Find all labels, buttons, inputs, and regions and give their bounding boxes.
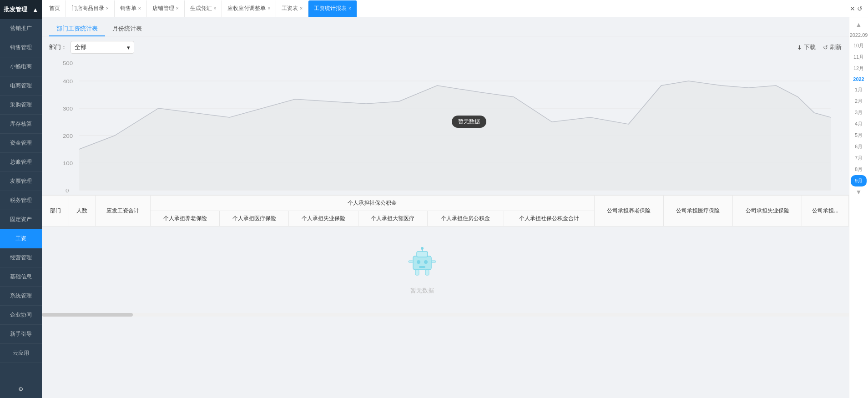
sidebar-item-7[interactable]: 总账管理 (0, 153, 42, 172)
svg-text:500: 500 (63, 60, 73, 66)
timeline-scroll-up[interactable]: ▲ (854, 19, 864, 30)
sidebar-footer-settings[interactable]: ⚙ (0, 380, 42, 398)
sidebar-item-11[interactable]: 工资 (0, 229, 42, 248)
tab-item-0[interactable]: 首页 (44, 0, 66, 17)
th-personal-pension: 个人承担养老保险 (151, 211, 220, 227)
svg-point-14 (417, 260, 420, 264)
sidebar-item-1[interactable]: 销售管理 (0, 38, 42, 57)
main-area: 首页门店商品目录×销售单×店铺管理×生成凭证×应收应付调整单×工资表×工资统计报… (42, 0, 868, 398)
dept-select[interactable]: 全部 ▾ (71, 41, 134, 54)
sidebar-title: 批发管理 (4, 5, 27, 14)
timeline-item-2[interactable]: 11月 (849, 51, 868, 63)
sidebar-item-15[interactable]: 企业协同 (0, 306, 42, 325)
svg-rect-21 (415, 270, 419, 275)
sidebar-item-16[interactable]: 新手引导 (0, 325, 42, 344)
timeline-item-11[interactable]: 7月 (849, 152, 868, 164)
timeline-scroll-down[interactable]: ▼ (854, 186, 864, 197)
tab-item-7[interactable]: 工资统计报表× (308, 0, 357, 17)
timeline-item-6[interactable]: 2月 (849, 96, 868, 107)
tab-label-7: 工资统计报表 (314, 5, 347, 12)
sidebar-item-13[interactable]: 基础信息 (0, 267, 42, 287)
chart-svg: 0 100 200 300 400 500 (49, 58, 842, 195)
timeline-item-7[interactable]: 3月 (849, 107, 868, 118)
timeline-item-13[interactable]: 9月 (851, 175, 867, 186)
tab-close-6[interactable]: × (300, 6, 303, 11)
refresh-button[interactable]: ↺ 刷新 (823, 43, 842, 51)
sidebar-item-3[interactable]: 电商管理 (0, 76, 42, 96)
sidebar-item-9[interactable]: 税务管理 (0, 191, 42, 210)
svg-marker-11 (79, 81, 831, 190)
th-company-medical: 公司承担医疗保险 (663, 196, 732, 227)
sidebar-item-5[interactable]: 库存核算 (0, 115, 42, 134)
tab-item-1[interactable]: 门店商品目录× (66, 0, 115, 17)
toolbar-right: ⬇ 下载 ↺ 刷新 (797, 43, 842, 51)
tab-item-2[interactable]: 销售单× (115, 0, 147, 17)
th-personal-medical: 个人承担医疗保险 (220, 211, 289, 227)
sub-tab-1[interactable]: 月份统计表 (105, 22, 149, 36)
chevron-down-icon: ▾ (127, 44, 130, 51)
sidebar-item-2[interactable]: 小畅电商 (0, 57, 42, 76)
timeline-item-1[interactable]: 10月 (849, 40, 868, 51)
svg-text:200: 200 (63, 133, 73, 139)
sidebar-item-6[interactable]: 资金管理 (0, 134, 42, 153)
sidebar-item-12[interactable]: 经营管理 (0, 248, 42, 267)
refresh-icon: ↺ (823, 44, 828, 51)
tab-item-6[interactable]: 工资表× (276, 0, 308, 17)
svg-rect-16 (419, 266, 425, 268)
sidebar-item-10[interactable]: 固定资产 (0, 210, 42, 229)
timeline-item-3[interactable]: 12月 (849, 63, 868, 74)
tab-item-4[interactable]: 生成凭证× (185, 0, 222, 17)
timeline-item-8[interactable]: 4月 (849, 118, 868, 130)
tab-close-5[interactable]: × (267, 6, 270, 11)
tab-label-4: 生成凭证 (190, 5, 212, 12)
dept-label: 部门： (49, 43, 67, 51)
sidebar-item-0[interactable]: 营销推广 (0, 19, 42, 38)
tab-label-0: 首页 (49, 5, 60, 12)
svg-rect-22 (425, 270, 429, 275)
content-body: 部门工资统计表月份统计表 部门： 全部 ▾ ⬇ 下载 ↺ (42, 17, 868, 398)
th-company-unemployment: 公司承担失业保险 (732, 196, 802, 227)
tab-bar-close-icon[interactable]: ✕ (850, 5, 855, 12)
tab-close-3[interactable]: × (176, 6, 179, 11)
sidebar-item-4[interactable]: 采购管理 (0, 96, 42, 115)
sidebar-item-8[interactable]: 发票管理 (0, 172, 42, 191)
chart-area: 0 100 200 300 400 500 (42, 58, 849, 195)
th-personal-major-medical: 个人承担大额医疗 (358, 211, 427, 227)
th-personal-group: 个人承担社保公积金 (151, 196, 595, 211)
tab-close-1[interactable]: × (106, 6, 109, 11)
tab-label-5: 应收应付调整单 (227, 5, 266, 12)
timeline-item-9[interactable]: 5月 (849, 130, 868, 141)
th-personal-unemployment: 个人承担失业保险 (289, 211, 358, 227)
svg-text:400: 400 (63, 79, 73, 85)
th-dept: 部门 (42, 196, 69, 227)
svg-text:300: 300 (63, 106, 73, 112)
tab-item-5[interactable]: 应收应付调整单× (222, 0, 276, 17)
timeline-item-0[interactable]: 2022.09 (849, 30, 868, 40)
sub-tab-0[interactable]: 部门工资统计表 (49, 22, 105, 36)
download-button[interactable]: ⬇ 下载 (797, 43, 816, 51)
download-icon: ⬇ (797, 44, 802, 51)
svg-rect-13 (417, 252, 428, 257)
svg-rect-20 (431, 261, 436, 262)
toolbar: 部门： 全部 ▾ ⬇ 下载 ↺ 刷新 (42, 36, 849, 58)
timeline-item-4[interactable]: 2022 (849, 74, 868, 84)
timeline-item-5[interactable]: 1月 (849, 84, 868, 96)
sidebar-item-14[interactable]: 系统管理 (0, 287, 42, 306)
sidebar-item-17[interactable]: 云应用 (0, 344, 42, 363)
tab-close-2[interactable]: × (138, 6, 141, 11)
timeline-item-12[interactable]: 8月 (849, 164, 868, 175)
tab-item-3[interactable]: 店铺管理× (147, 0, 185, 17)
empty-state: 暂无数据 (42, 227, 802, 313)
sidebar: 批发管理 ▲ 营销推广销售管理小畅电商电商管理采购管理库存核算资金管理总账管理发… (0, 0, 42, 398)
sidebar-collapse-icon[interactable]: ▲ (32, 6, 38, 13)
timeline-panel: ▲ 2022.0910月11月12月20221月2月3月4月5月6月7月8月9月… (849, 17, 868, 398)
sidebar-header[interactable]: 批发管理 ▲ (0, 0, 42, 19)
tab-bar-refresh-icon[interactable]: ↺ (857, 5, 863, 12)
tab-close-4[interactable]: × (214, 6, 217, 11)
tab-bar: 首页门店商品目录×销售单×店铺管理×生成凭证×应收应付调整单×工资表×工资统计报… (42, 0, 868, 17)
table-wrapper[interactable]: 部门 人数 应发工资合计 个人承担社保公积金 公司承担养老保险 公司承担医疗保险… (42, 195, 849, 398)
tab-label-6: 工资表 (282, 5, 298, 12)
th-company-pension: 公司承担养老保险 (594, 196, 663, 227)
tab-close-7[interactable]: × (348, 6, 351, 11)
timeline-item-10[interactable]: 6月 (849, 141, 868, 152)
